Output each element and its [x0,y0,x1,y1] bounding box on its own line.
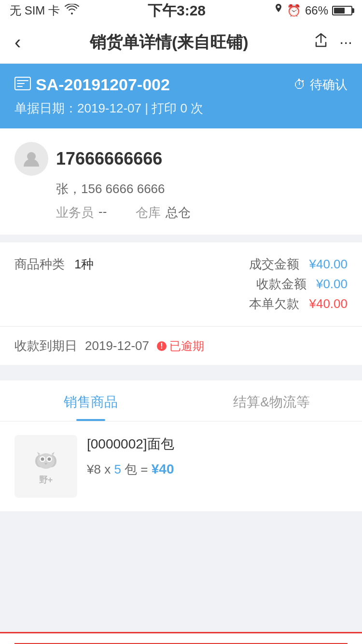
transaction-line: 成交金额 ¥40.00 [249,256,348,273]
product-type-value: 1种 [74,256,94,273]
tab-settlement[interactable]: 结算&物流等 [181,380,362,421]
salesperson-label: 业务员 [56,204,94,221]
order-id-text: SA-20191207-002 [36,75,170,94]
unit: 包 [125,462,137,476]
status-text: 待确认 [310,76,348,93]
divider-2 [0,365,362,373]
customer-meta: 业务员 -- 仓库 总仓 [56,204,348,221]
multiplier: x [104,462,111,476]
owed-label: 本单欠款 [249,295,299,312]
svg-point-7 [41,457,44,461]
time-display: 下午3:28 [148,1,206,21]
carrier-text: 无 SIM 卡 [10,3,60,18]
product-type-info: 商品种类 1种 [14,256,94,273]
warehouse-value: 总仓 [166,204,191,221]
location-icon [274,4,283,17]
page-title: 销货单详情(来自旺铺) [26,31,312,54]
warehouse-label: 仓库 [136,204,161,221]
product-price-row: ¥8 x 5 包 = ¥40 [87,461,348,478]
tabs-row: 销售商品 结算&物流等 [0,380,362,421]
product-thumbnail: 野+ [14,435,77,498]
salesperson-value: -- [98,204,107,221]
transaction-label: 成交金额 [249,256,299,273]
svg-point-4 [37,453,55,469]
order-icon [14,75,31,94]
tab-sales[interactable]: 销售商品 [0,380,181,421]
financial-summary: 成交金额 ¥40.00 收款金额 ¥0.00 本单欠款 ¥40.00 [249,256,348,312]
order-date-row: 单据日期：2019-12-07 | 打印 0 次 [14,100,348,117]
svg-point-8 [48,457,51,461]
share-button[interactable] [312,32,330,53]
overdue-text: 已逾期 [169,338,204,354]
owed-value: ¥40.00 [309,296,348,311]
warehouse-info: 仓库 总仓 [136,204,191,221]
back-button[interactable]: ‹ [10,31,26,53]
total-price: ¥40 [152,462,174,476]
customer-name: 张，156 6666 6666 [56,181,348,197]
customer-card: 17666666666 张，156 6666 6666 业务员 -- 仓库 总仓 [0,128,362,235]
due-date-card: 收款到期日 2019-12-07 ! 已逾期 [0,327,362,365]
wifi-icon [65,4,79,17]
due-date-value: 2019-12-07 [85,338,149,353]
transaction-value: ¥40.00 [309,257,348,272]
received-label: 收款金额 [256,276,306,293]
overdue-icon: ! [157,341,167,351]
owed-line: 本单欠款 ¥40.00 [249,295,348,312]
product-type-label: 商品种类 [14,256,65,273]
customer-phone: 17666666666 [56,149,162,169]
status-left: 无 SIM 卡 [10,3,79,18]
order-status: ⏱ 待确认 [293,76,348,93]
stats-row: 商品种类 1种 成交金额 ¥40.00 收款金额 ¥0.00 本单欠款 ¥40.… [14,256,348,312]
empty-area [0,511,362,632]
equals: = [140,462,148,476]
customer-info-row: 17666666666 [14,142,348,176]
nav-actions: ··· [312,32,352,53]
received-value: ¥0.00 [316,277,348,292]
bottom-action-bar: 旺铺订单确认 [0,632,362,644]
divider-1 [0,235,362,242]
status-clock-icon: ⏱ [293,77,306,92]
alarm-icon: ⏰ [287,4,301,17]
more-button[interactable]: ··· [339,33,352,51]
product-details: [0000002]面包 ¥8 x 5 包 = ¥40 [87,435,348,478]
nav-bar: ‹ 销货单详情(来自旺铺) ··· [0,21,362,64]
overdue-badge: ! 已逾期 [157,338,204,354]
content-wrapper: SA-20191207-002 ⏱ 待确认 单据日期：2019-12-07 | … [0,64,362,644]
tabs-container: 销售商品 结算&物流等 [0,380,362,421]
unit-price: ¥8 [87,462,101,476]
battery-percent: 66% [305,4,328,17]
product-list: 野+ [0000002]面包 ¥8 x 5 包 = ¥40 [0,421,362,511]
status-bar: 无 SIM 卡 下午3:28 ⏰ 66% [0,0,362,21]
salesperson-info: 业务员 -- [56,204,107,221]
product-name: [0000002]面包 [87,435,348,453]
received-line: 收款金额 ¥0.00 [256,276,348,293]
quantity: 5 [114,462,121,476]
avatar [14,142,48,176]
due-date-label: 收款到期日 [14,337,77,354]
product-item: 野+ [0000002]面包 ¥8 x 5 包 = ¥40 [0,421,362,511]
battery-icon [332,6,352,15]
order-id: SA-20191207-002 [14,75,170,94]
stats-card: 商品种类 1种 成交金额 ¥40.00 收款金额 ¥0.00 本单欠款 ¥40.… [0,242,362,326]
owl-logo-icon [29,448,63,474]
header-card: SA-20191207-002 ⏱ 待确认 单据日期：2019-12-07 | … [0,64,362,128]
status-right: ⏰ 66% [274,4,352,17]
brand-label: 野+ [39,474,53,486]
header-card-top: SA-20191207-002 ⏱ 待确认 [14,75,348,94]
